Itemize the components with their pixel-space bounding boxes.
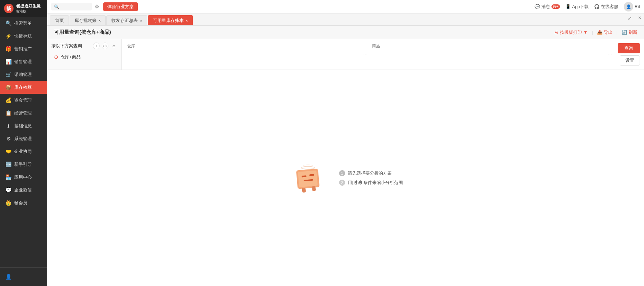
divider2: | [617, 30, 618, 35]
filter-goods-label: 商品 [372, 43, 613, 49]
sidebar-item-basic-info[interactable]: ℹ 基础信息 [0, 120, 47, 132]
app-download-btn[interactable]: 📱 App下载 [565, 4, 589, 10]
scheme-settings-btn[interactable]: ⚙ [102, 43, 108, 49]
tab-available-ledger-close[interactable]: × [186, 19, 188, 23]
sidebar-item-finance[interactable]: 💰 资金管理 [0, 94, 47, 107]
sidebar-item-sales[interactable]: 📊 销售管理 [0, 55, 47, 68]
close-tab-btn[interactable]: × [638, 15, 641, 21]
filter-warehouse-label: 仓库 [127, 43, 368, 49]
online-support-icon: 🎧 [594, 4, 599, 9]
sidebar-item-operations[interactable]: 📋 经营管理 [0, 107, 47, 120]
sidebar-item-purchase-label: 采购管理 [14, 72, 32, 78]
sidebar-item-enterprise[interactable]: 🤝 企业协同 [0, 145, 47, 158]
sidebar-item-shortcuts-label: 快捷导航 [14, 33, 32, 39]
filter-field-goods: 商品 ··· [372, 43, 613, 58]
filter-settings-btn[interactable]: 设置 [620, 55, 640, 66]
tab-batch-account-close[interactable]: × [99, 19, 101, 23]
online-support-btn[interactable]: 🎧 在线客服 [594, 4, 618, 10]
tab-available-ledger[interactable]: 可用量库存账本 × [148, 15, 193, 25]
app-version: 标准版 [16, 9, 41, 14]
guide-icon: 🆕 [5, 161, 11, 167]
sidebar-item-marketing[interactable]: 🎁 营销推广 [0, 43, 47, 55]
messages-label: 消息 [541, 4, 550, 10]
svg-rect-6 [312, 186, 316, 191]
logo-icon: 畅 [4, 4, 14, 13]
industry-btn[interactable]: 体验行业方案 [103, 2, 138, 11]
wechat-icon: 💬 [5, 187, 11, 193]
refresh-btn[interactable]: 🔄 刷新 [622, 29, 637, 35]
sidebar-item-vip[interactable]: 👑 畅会员 [0, 197, 47, 209]
scheme-item-warehouse-goods[interactable]: ⊙ 仓库+商品 [51, 52, 117, 62]
sidebar-item-app-center[interactable]: 🏪 应用中心 [0, 171, 47, 184]
sales-icon: 📊 [5, 59, 11, 65]
search-icon: 🔍 [5, 20, 11, 26]
filter-scheme-header: 按以下方案查询 + ⚙ « [51, 43, 117, 49]
sidebar-item-inventory[interactable]: 📦 库存核算 [0, 81, 47, 94]
tab-home[interactable]: 首页 [50, 15, 69, 25]
page-content: 可用量查询(按仓库+商品) 🖨 按模板打印 ▼ | 📤 导出 | 🔄 刷新 [47, 26, 644, 286]
export-icon: 📤 [597, 30, 602, 35]
username: Rit [635, 4, 640, 9]
tab-batch-account[interactable]: 库存批次账 × [70, 15, 106, 25]
filter-field-warehouse: 仓库 ··· [127, 43, 368, 58]
topbar-search[interactable]: 🔍 [51, 3, 92, 10]
expand-tab-btn[interactable]: ⤢ [628, 16, 632, 21]
topbar-gear-icon[interactable]: ⚙ [95, 3, 99, 10]
sidebar: 畅 畅捷通好生意 标准版 🔍 搜索菜单 ⚡ 快捷导航 🎁 营销推广 📊 销售管理… [0, 0, 47, 286]
empty-state: 1 请先选择要分析的方案 2 用[过滤]条件来缩小分析范围 [47, 70, 644, 286]
basic-info-icon: ℹ [5, 123, 11, 129]
page-header-actions: 🖨 按模板打印 ▼ | 📤 导出 | 🔄 刷新 [554, 29, 637, 35]
app-download-icon: 📱 [565, 4, 571, 9]
tab-collection-summary[interactable]: 收发存汇总表 × [106, 15, 147, 25]
filter-actions: 查询 设置 [618, 39, 644, 70]
messages-btn[interactable]: 💬 消息 99+ [535, 4, 560, 10]
sidebar-item-vip-label: 畅会员 [14, 200, 27, 206]
app-name: 畅捷通好生意 [16, 3, 41, 9]
filter-scheme-panel: 按以下方案查询 + ⚙ « ⊙ 仓库+商品 [47, 39, 122, 70]
empty-tip-1-text: 请先选择要分析的方案 [348, 170, 392, 176]
sidebar-item-shortcuts[interactable]: ⚡ 快捷导航 [0, 30, 47, 43]
page-title: 可用量查询(按仓库+商品) [54, 29, 111, 35]
marketing-icon: 🎁 [5, 46, 11, 52]
filter-row: 仓库 ··· 商品 ··· [127, 43, 612, 58]
tab-batch-account-label: 库存批次账 [75, 18, 97, 24]
scheme-collapse-btn[interactable]: « [110, 43, 117, 49]
sidebar-item-purchase[interactable]: 🛒 采购管理 [0, 68, 47, 81]
tab-home-label: 首页 [55, 18, 64, 24]
sidebar-item-search-label: 搜索菜单 [14, 20, 32, 26]
filter-goods-input[interactable] [372, 52, 608, 57]
sidebar-item-system-label: 系统管理 [14, 136, 32, 142]
sidebar-item-search[interactable]: 🔍 搜索菜单 [0, 17, 47, 30]
filter-scheme-label: 按以下方案查询 [51, 43, 82, 49]
user-menu-btn[interactable]: 👤 Rit [624, 2, 640, 11]
sidebar-item-basic-info-label: 基础信息 [14, 123, 32, 129]
export-btn[interactable]: 📤 导出 [597, 29, 613, 35]
sidebar-item-wechat[interactable]: 💬 企业微信 [0, 184, 47, 197]
sidebar-item-operations-label: 经营管理 [14, 110, 32, 116]
scheme-add-btn[interactable]: + [93, 43, 100, 49]
filter-goods-dots[interactable]: ··· [608, 51, 612, 57]
shortcuts-icon: ⚡ [5, 33, 11, 39]
topbar-right: 💬 消息 99+ 📱 App下载 🎧 在线客服 👤 Rit [535, 2, 640, 11]
sidebar-item-system[interactable]: ⚙ 系统管理 [0, 132, 47, 145]
messages-icon: 💬 [535, 4, 540, 9]
filter-area: 按以下方案查询 + ⚙ « ⊙ 仓库+商品 仓库 [47, 39, 644, 70]
app-logo: 畅 畅捷通好生意 标准版 [0, 0, 47, 17]
sidebar-item-guide-label: 新手引导 [14, 161, 32, 167]
svg-rect-1 [298, 171, 318, 187]
page-header: 可用量查询(按仓库+商品) 🖨 按模板打印 ▼ | 📤 导出 | 🔄 刷新 [47, 26, 644, 39]
filter-warehouse-input-wrap: ··· [127, 50, 368, 58]
sidebar-item-inventory-label: 库存核算 [14, 84, 32, 90]
empty-tip-1: 1 请先选择要分析的方案 [339, 170, 403, 176]
print-btn[interactable]: 🖨 按模板打印 ▼ [554, 29, 588, 35]
query-btn[interactable]: 查询 [618, 43, 640, 53]
filter-warehouse-input[interactable] [127, 52, 363, 57]
sidebar-item-guide[interactable]: 🆕 新手引导 [0, 158, 47, 171]
sidebar-item-app-center-label: 应用中心 [14, 174, 32, 180]
tab-collection-summary-close[interactable]: × [140, 19, 142, 23]
sidebar-item-user-profile[interactable]: 👤 [0, 270, 47, 283]
messages-badge: 99+ [551, 4, 560, 9]
filter-warehouse-dots[interactable]: ··· [363, 51, 367, 57]
purchase-icon: 🛒 [5, 72, 11, 78]
sidebar-menu: 🔍 搜索菜单 ⚡ 快捷导航 🎁 营销推广 📊 销售管理 🛒 采购管理 📦 库存核… [0, 17, 47, 267]
